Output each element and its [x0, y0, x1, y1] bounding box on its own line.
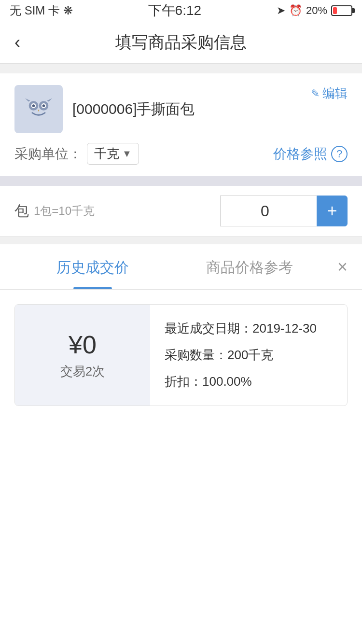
- location-icon: ➤: [277, 4, 285, 17]
- status-time: 下午6:12: [148, 1, 202, 20]
- quantity-plus-button[interactable]: +: [317, 196, 348, 226]
- close-button[interactable]: ×: [328, 247, 348, 287]
- battery-percent: 20%: [306, 4, 327, 17]
- history-card: ¥0 交易2次 最近成交日期：2019-12-30 采购数量：200千克 折扣：…: [14, 304, 348, 406]
- tab-history-price[interactable]: 历史成交价: [14, 244, 171, 289]
- date-label: 最近成交日期：: [165, 321, 252, 336]
- svg-marker-6: [38, 110, 40, 112]
- quantity-control: +: [220, 196, 348, 226]
- tab-product-price-reference[interactable]: 商品价格参考: [171, 244, 327, 289]
- edit-icon: ✎: [311, 87, 320, 100]
- product-header: [0000006]手撕面包 ✎ 编辑: [14, 85, 348, 133]
- discount-label: 折扣：: [165, 374, 202, 389]
- quantity-row: 包 1包=10千克 +: [0, 186, 362, 237]
- history-left-panel: ¥0 交易2次: [15, 305, 150, 406]
- price-value: 0: [83, 331, 97, 359]
- product-card: [0000006]手撕面包 ✎ 编辑 采购单位： 千克 ▼ 价格参照 ?: [0, 73, 362, 176]
- bag-icon: 包: [14, 201, 29, 221]
- history-price: ¥0: [69, 330, 97, 359]
- status-left: 无 SIM 卡 ❋: [10, 3, 73, 18]
- price-ref-label: 价格参照: [273, 145, 327, 163]
- battery-icon: [331, 5, 352, 16]
- alarm-icon: ⏰: [289, 4, 302, 17]
- price-history-content: ¥0 交易2次 最近成交日期：2019-12-30 采购数量：200千克 折扣：…: [0, 290, 362, 420]
- status-right: ➤ ⏰ 20%: [277, 4, 352, 17]
- quantity-label-text: 采购数量：: [165, 348, 227, 362]
- quantity-value: 200千克: [227, 348, 273, 362]
- tabs-container: 历史成交价 商品价格参考 × ¥0 交易2次 最近成交日期：2019-12-30…: [0, 244, 362, 420]
- spacer-bar: [0, 176, 362, 186]
- product-footer: 采购单位： 千克 ▼ 价格参照 ?: [14, 143, 348, 165]
- date-value: 2019-12-30: [252, 321, 317, 336]
- unit-value: 千克: [94, 145, 119, 162]
- product-name: [0000006]手撕面包: [72, 99, 195, 119]
- status-bar: 无 SIM 卡 ❋ 下午6:12 ➤ ⏰ 20%: [0, 0, 362, 21]
- history-right-panel: 最近成交日期：2019-12-30 采购数量：200千克 折扣：100.00%: [150, 305, 347, 406]
- product-thumbnail: [14, 85, 63, 133]
- chevron-down-icon: ▼: [122, 148, 132, 159]
- edit-button[interactable]: ✎ 编辑: [311, 85, 348, 102]
- help-icon: ?: [331, 146, 348, 162]
- currency-symbol: ¥: [69, 331, 83, 359]
- quantity-input[interactable]: [220, 196, 317, 226]
- tabs-header: 历史成交价 商品价格参考 ×: [0, 244, 362, 290]
- back-button[interactable]: ‹: [14, 32, 20, 53]
- recent-date-row: 最近成交日期：2019-12-30: [165, 319, 333, 338]
- purchase-quantity-row: 采购数量：200千克: [165, 346, 333, 364]
- discount-row: 折扣：100.00%: [165, 372, 333, 391]
- conversion-text: 1包=10千克: [34, 203, 95, 219]
- unit-row: 采购单位： 千克 ▼: [14, 143, 139, 165]
- svg-point-5: [42, 104, 45, 107]
- nav-bar: ‹ 填写商品采购信息: [0, 21, 362, 64]
- product-logo-icon: [22, 92, 56, 126]
- price-reference-button[interactable]: 价格参照 ?: [273, 145, 348, 163]
- svg-point-4: [32, 104, 35, 107]
- trade-count: 交易2次: [60, 363, 105, 380]
- signal-text: 无 SIM 卡 ❋: [10, 3, 73, 18]
- bottom-area: [0, 420, 362, 644]
- page-title: 填写商品采购信息: [115, 31, 247, 54]
- unit-dropdown[interactable]: 千克 ▼: [87, 143, 139, 165]
- product-left: [0000006]手撕面包: [14, 85, 195, 133]
- quantity-label: 包 1包=10千克: [14, 201, 95, 221]
- edit-label: 编辑: [322, 85, 348, 102]
- discount-value: 100.00%: [202, 374, 252, 389]
- unit-label: 采购单位：: [14, 145, 82, 163]
